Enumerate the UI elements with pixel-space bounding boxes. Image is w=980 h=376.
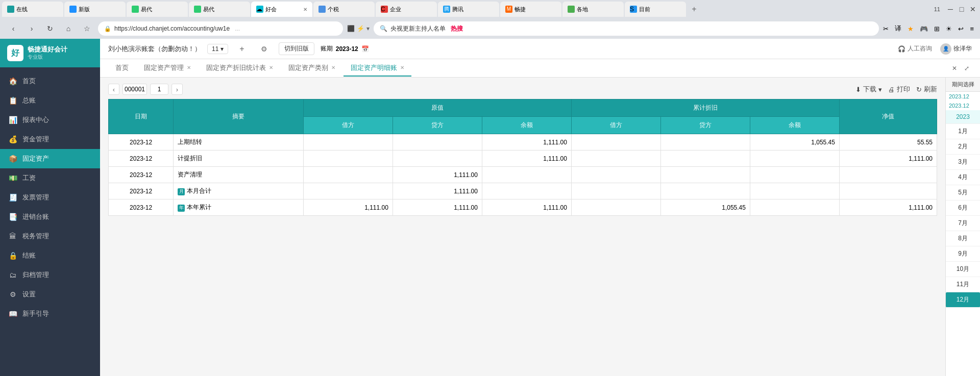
reload-button[interactable]: ↻ <box>43 21 57 36</box>
game-icon[interactable]: 🎮 <box>920 25 928 33</box>
close-button[interactable]: ✕ <box>968 4 978 14</box>
tab-expand-btn[interactable]: ⤢ <box>962 63 972 73</box>
maximize-button[interactable]: □ <box>957 4 967 14</box>
sidebar-item-home[interactable]: 🏠 首页 <box>0 71 100 91</box>
browser-tab-changjie[interactable]: M 畅捷 <box>500 2 561 17</box>
scissors-icon[interactable]: ✂ <box>883 25 889 33</box>
sidebar-item-close[interactable]: 🔒 结账 <box>0 246 100 265</box>
tab-close-fixed-mgmt[interactable]: ✕ <box>187 65 191 70</box>
browser-tab-haokuai[interactable]: ☁ 好会 ✕ <box>251 2 312 17</box>
period-month-3[interactable]: 3月 <box>946 155 980 170</box>
browser-tab-yidai2[interactable]: 易代 <box>189 2 250 17</box>
row3-accum-credit <box>660 167 750 183</box>
browser-tab-gedi[interactable]: 各地 <box>562 2 624 17</box>
account-name: 刘小艳演示账套（勿删勿动！） <box>108 44 201 54</box>
period-month-4[interactable]: 4月 <box>946 170 980 185</box>
tab-close-ledger[interactable]: ✕ <box>400 65 404 70</box>
brightness-icon[interactable]: ☀ <box>946 25 952 33</box>
period-month-5[interactable]: 5月 <box>946 185 980 200</box>
period-month-1[interactable]: 1月 <box>946 124 980 139</box>
period-month-10[interactable]: 10月 <box>946 262 980 277</box>
print-btn[interactable]: 🖨 打印 <box>888 85 910 94</box>
tab-asset-category[interactable]: 固定资产类别 ✕ <box>281 60 342 77</box>
browser-tab-new[interactable]: 新版 <box>64 2 126 17</box>
refresh-btn[interactable]: ↻ 刷新 <box>916 85 937 94</box>
table-row: 2023-12 年本年累计 1,111.00 1,111.00 1,111.00… <box>109 199 937 216</box>
sidebar-item-invoice[interactable]: 🧾 发票管理 <box>0 188 100 207</box>
history-icon[interactable]: ↩ <box>958 25 964 33</box>
search-bar[interactable]: 🔍 央视更新主持人名单 热搜 <box>374 21 879 36</box>
settings-gear-btn[interactable]: ⚙ <box>256 43 273 55</box>
tab-close-btn[interactable]: ✕ <box>949 63 960 73</box>
sidebar-item-payroll[interactable]: 💵 工资 <box>0 168 100 188</box>
prev-page-btn[interactable]: ‹ <box>108 84 119 95</box>
service-btn[interactable]: 🎧 人工咨询 <box>898 44 932 53</box>
page-num-input[interactable] <box>150 84 168 95</box>
switch-version-btn[interactable]: 切到旧版 <box>279 42 314 55</box>
browser-tab-mubiao[interactable]: S 目前 <box>625 2 686 17</box>
sidebar-item-fixed[interactable]: 📦 固定资产 <box>0 149 100 168</box>
star-icon[interactable]: ★ <box>908 25 914 33</box>
sidebar-item-tax[interactable]: 🏛 税务管理 <box>0 227 100 246</box>
sidebar-item-stock[interactable]: 📑 进销台账 <box>0 207 100 227</box>
tab-window-controls: ✕ ⤢ <box>949 63 972 73</box>
ledger-table-wrapper: 日期 摘要 原值 累计折旧 净值 借方 贷方 余额 借方 <box>100 99 945 216</box>
next-page-btn[interactable]: › <box>172 84 183 95</box>
sidebar-item-funds[interactable]: 💰 资金管理 <box>0 130 100 149</box>
sidebar-item-archive[interactable]: 🗂 归档管理 <box>0 265 100 285</box>
sidebar-item-settings[interactable]: ⚙ 设置 <box>0 285 100 304</box>
bookmark-button[interactable]: ☆ <box>80 21 94 36</box>
page-code-input[interactable] <box>122 84 147 95</box>
browser-tab-tencent[interactable]: 腾 腾讯 <box>438 2 499 17</box>
tab-fixed-mgmt[interactable]: 固定资产管理 ✕ <box>137 60 198 77</box>
tab-asset-ledger[interactable]: 固定资产明细账 ✕ <box>344 60 411 77</box>
account-select[interactable]: 11 ▾ <box>207 44 228 54</box>
translate-icon[interactable]: 译 <box>895 24 901 33</box>
browser-tab-yidai1[interactable]: 易代 <box>127 2 188 17</box>
period-month-2[interactable]: 2月 <box>946 139 980 155</box>
row5-accum-debit <box>571 199 660 216</box>
user-btn[interactable]: 👤 徐泽华 <box>940 43 972 55</box>
ext-icon-2[interactable]: ⚡ <box>357 25 364 32</box>
period-month-9[interactable]: 9月 <box>946 246 980 262</box>
minimize-button[interactable]: ─ <box>945 4 955 14</box>
period-month-6[interactable]: 6月 <box>946 200 980 216</box>
period-month-8[interactable]: 8月 <box>946 231 980 246</box>
period-month-12[interactable]: 12月 <box>946 292 980 308</box>
period-month-11[interactable]: 11月 <box>946 277 980 292</box>
sidebar-label-settings: 设置 <box>22 290 36 299</box>
period-start-date[interactable]: 2023.12 <box>946 92 980 101</box>
tab-close-category[interactable]: ✕ <box>331 65 335 70</box>
col-orig-debit: 借方 <box>303 117 393 134</box>
calendar-icon[interactable]: 📅 <box>361 45 369 53</box>
add-account-btn[interactable]: + <box>234 43 249 55</box>
period-year-2023[interactable]: 2023 <box>946 110 980 124</box>
browser-tab-geshui[interactable]: 个税 <box>313 2 375 17</box>
row5-orig-credit: 1,111.00 <box>393 199 482 216</box>
ext-icon-1[interactable]: ⬛ <box>347 25 355 32</box>
tab-close-dep-stats[interactable]: ✕ <box>269 65 273 70</box>
sidebar-item-guide[interactable]: 📖 新手引导 <box>0 304 100 323</box>
tab-favicon-tencent: 腾 <box>443 6 450 13</box>
url-bar[interactable]: 🔒 https://cloud.chanjet.com/accounting/u… <box>98 21 343 36</box>
new-tab-button[interactable]: + <box>687 2 701 16</box>
period-end-date[interactable]: 2023.12 <box>946 101 980 110</box>
forward-button[interactable]: › <box>24 21 39 36</box>
grid-icon[interactable]: ⊞ <box>934 25 940 33</box>
home-button[interactable]: ⌂ <box>61 21 76 36</box>
back-button[interactable]: ‹ <box>6 21 20 36</box>
browser-tab-qiye[interactable]: C 企业 <box>376 2 437 17</box>
menu-icon[interactable]: ≡ <box>970 25 974 33</box>
tab-close-haokuai[interactable]: ✕ <box>303 7 307 12</box>
search-placeholder: 央视更新主持人名单 <box>390 24 446 33</box>
period-month-7[interactable]: 7月 <box>946 216 980 231</box>
browser-tab-online[interactable]: 在线 <box>2 2 63 17</box>
download-btn[interactable]: ⬇ 下载 ▾ <box>855 85 882 94</box>
sidebar-item-reports[interactable]: 📊 报表中心 <box>0 110 100 130</box>
tab-home[interactable]: 首页 <box>108 60 136 77</box>
switch-btn-label: 切到旧版 <box>284 44 309 53</box>
ext-dropdown-btn[interactable]: ▾ <box>366 25 370 32</box>
tab-depreciation-stats[interactable]: 固定资产折旧统计表 ✕ <box>199 60 280 77</box>
col-accum-debit: 借方 <box>571 117 660 134</box>
sidebar-item-ledger[interactable]: 📋 总账 <box>0 91 100 110</box>
